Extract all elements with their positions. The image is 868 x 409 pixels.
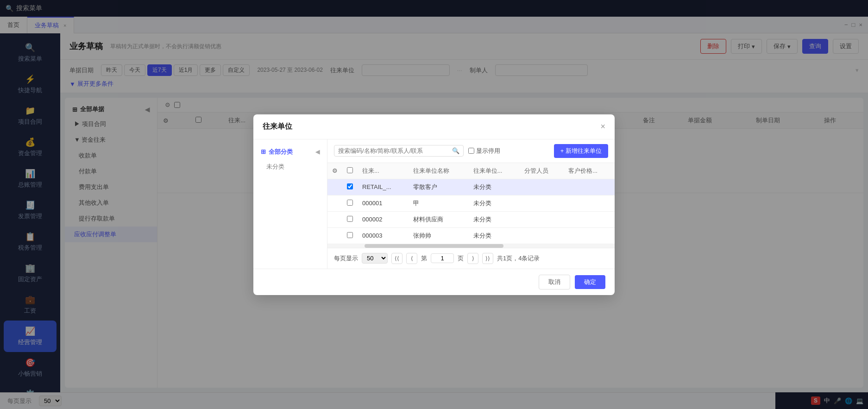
dialog-table: ⚙ 往来... 往来单位名称 往来单位... 分管人员 客户价格... — [327, 163, 615, 244]
grid-icon2: ⊞ — [261, 148, 266, 155]
row1-checkbox[interactable] — [342, 179, 358, 195]
dialog-title: 往来单位 — [263, 122, 292, 132]
dialog-left-panel: ⊞ 全部分类 ◀ 未分类 — [253, 139, 327, 269]
dialog-table-container: ⚙ 往来... 往来单位名称 往来单位... 分管人员 客户价格... — [327, 163, 615, 244]
row1-gear — [327, 179, 342, 195]
dcol-checkbox — [342, 163, 358, 179]
dcol-price: 客户价格... — [564, 163, 615, 179]
row4-gear — [327, 227, 342, 244]
dialog-table-header: ⚙ 往来... 往来单位名称 往来单位... 分管人员 客户价格... — [327, 163, 615, 179]
prev-page-btn[interactable]: ⟨ — [406, 253, 417, 264]
row4-code: 000003 — [358, 227, 409, 244]
dcol-code: 往来... — [358, 163, 409, 179]
dialog-table-row[interactable]: 000003 张帅帅 未分类 — [327, 227, 615, 244]
row2-checkbox[interactable] — [342, 195, 358, 211]
row4-price — [564, 227, 615, 244]
row1-category: 未分类 — [469, 179, 520, 195]
page-suffix: 页 — [458, 254, 464, 263]
row3-gear — [327, 211, 342, 227]
show-disabled-checkbox[interactable] — [468, 148, 474, 154]
per-page-select[interactable]: 50 100 — [362, 253, 388, 264]
dialog-search-icon: 🔍 — [452, 147, 459, 154]
dialog-category-all[interactable]: ⊞ 全部分类 ◀ — [253, 144, 327, 160]
show-disabled-label[interactable]: 显示停用 — [468, 147, 500, 155]
new-counterparty-btn[interactable]: + 新增往来单位 — [554, 144, 608, 158]
dialog-table-row[interactable]: 000002 材料供应商 未分类 — [327, 211, 615, 227]
row3-checkbox[interactable] — [342, 211, 358, 227]
current-page-input[interactable] — [431, 253, 454, 263]
dialog-right-panel: 🔍 显示停用 + 新增往来单位 ⚙ — [327, 139, 615, 269]
dialog-category-unclassified[interactable]: 未分类 — [253, 160, 327, 174]
row1-name: 零散客户 — [409, 179, 469, 195]
counterparty-dialog: 往来单位 × ⊞ 全部分类 ◀ 未分类 — [253, 114, 615, 295]
dialog-footer: 取消 确定 — [253, 269, 615, 295]
row2-code: 000001 — [358, 195, 409, 211]
row3-category: 未分类 — [469, 211, 520, 227]
page-prefix: 第 — [421, 254, 427, 263]
next-page-btn[interactable]: ⟩ — [467, 253, 478, 264]
row4-manager — [520, 227, 564, 244]
dcol-name: 往来单位名称 — [409, 163, 469, 179]
dcol-gear: ⚙ — [327, 163, 342, 179]
dialog-table-row[interactable]: 000001 甲 未分类 — [327, 195, 615, 211]
dialog-pagination: 每页显示 50 100 ⟨⟨ ⟨ 第 页 ⟩ ⟩⟩ 共1页，4条记录 — [327, 248, 615, 269]
row1-code: RETAIL_... — [358, 179, 409, 195]
dialog-scrollbar-thumb[interactable] — [365, 244, 503, 248]
row2-name: 甲 — [409, 195, 469, 211]
row2-gear — [327, 195, 342, 211]
dcol-manager: 分管人员 — [520, 163, 564, 179]
dialog-search-input[interactable] — [338, 147, 449, 154]
dcol-category: 往来单位... — [469, 163, 520, 179]
row4-category: 未分类 — [469, 227, 520, 244]
row4-checkbox[interactable] — [342, 227, 358, 244]
dialog-header: 往来单位 × — [253, 114, 615, 139]
modal-overlay: 往来单位 × ⊞ 全部分类 ◀ 未分类 — [0, 0, 868, 409]
row2-price — [564, 195, 615, 211]
dialog-toolbar: 🔍 显示停用 + 新增往来单位 — [327, 139, 615, 163]
dialog-close-btn[interactable]: × — [600, 122, 605, 132]
first-page-btn[interactable]: ⟨⟨ — [391, 253, 403, 264]
row4-name: 张帅帅 — [409, 227, 469, 244]
row3-price — [564, 211, 615, 227]
cancel-button[interactable]: 取消 — [539, 275, 570, 289]
dialog-body: ⊞ 全部分类 ◀ 未分类 🔍 显示停用 — [253, 139, 615, 269]
row3-manager — [520, 211, 564, 227]
dialog-scrollbar[interactable] — [327, 244, 615, 248]
dialog-search-box[interactable]: 🔍 — [334, 145, 464, 157]
per-page-label: 每页显示 — [334, 254, 358, 263]
left-collapse-btn[interactable]: ◀ — [315, 149, 320, 155]
row2-category: 未分类 — [469, 195, 520, 211]
row3-code: 000002 — [358, 211, 409, 227]
row1-manager — [520, 179, 564, 195]
total-info: 共1页，4条记录 — [497, 254, 540, 263]
row3-name: 材料供应商 — [409, 211, 469, 227]
confirm-button[interactable]: 确定 — [575, 275, 605, 289]
row1-price — [564, 179, 615, 195]
dialog-header-checkbox[interactable] — [347, 167, 353, 173]
last-page-btn[interactable]: ⟩⟩ — [482, 253, 493, 264]
dialog-table-row[interactable]: RETAIL_... 零散客户 未分类 — [327, 179, 615, 195]
row2-manager — [520, 195, 564, 211]
